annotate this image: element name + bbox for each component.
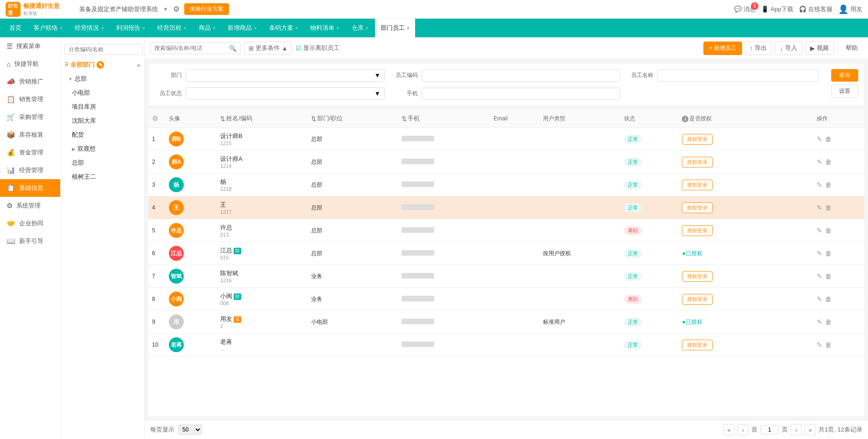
search-btn[interactable]: 查询: [831, 69, 858, 82]
close-icon[interactable]: ×: [366, 25, 368, 31]
edit-icon[interactable]: ✎: [817, 227, 822, 234]
close-icon[interactable]: ×: [407, 25, 410, 31]
filter-phone-input[interactable]: [422, 88, 621, 100]
th-dept[interactable]: ⇅ 部门/职位: [307, 110, 398, 128]
user-btn[interactable]: 👤 用友: [838, 4, 862, 14]
delete-icon[interactable]: 🗑: [825, 250, 832, 257]
tab-customer[interactable]: 客户联络 ×: [28, 19, 68, 37]
auth-button[interactable]: 授权登录: [682, 202, 713, 213]
tree-node-hq[interactable]: ▼ 总部: [61, 72, 144, 86]
auth-button[interactable]: 授权登录: [682, 157, 713, 167]
edit-icon[interactable]: ✎: [817, 272, 822, 280]
close-icon[interactable]: ×: [142, 25, 145, 31]
auth-button[interactable]: 授权登录: [682, 180, 713, 190]
sidebar-item-purchase[interactable]: 🛒 采购管理: [0, 108, 60, 126]
trial-button[interactable]: 体验行业方案: [184, 3, 229, 15]
close-icon[interactable]: ×: [183, 25, 186, 31]
edit-icon[interactable]: ✎: [817, 318, 822, 326]
sidebar-item-sales[interactable]: 📋 销售管理: [0, 91, 60, 108]
filter-empname-input[interactable]: [657, 70, 819, 82]
close-icon[interactable]: ×: [295, 25, 298, 31]
tab-profit[interactable]: 利润报告 ×: [111, 19, 151, 37]
tree-search-input[interactable]: [64, 44, 143, 55]
delete-icon[interactable]: 🗑: [825, 341, 832, 348]
edit-icon[interactable]: ✎: [817, 158, 822, 166]
auth-button[interactable]: 授权登录: [682, 294, 713, 305]
tree-node-shuanglu[interactable]: ▶ 双鹿想: [61, 142, 144, 156]
sidebar-item-operation[interactable]: 📊 经营管理: [0, 161, 60, 179]
sidebar-item-nav[interactable]: ⌂ 快捷导航: [0, 55, 60, 73]
search-input[interactable]: [151, 43, 225, 53]
delete-icon[interactable]: 🗑: [825, 227, 832, 234]
show-leave-checkbox[interactable]: ☑ 显示离职员工: [296, 44, 340, 52]
message-btn[interactable]: 💬 消息 5: [734, 5, 756, 14]
help-btn[interactable]: 帮助: [841, 42, 862, 55]
per-page-select[interactable]: 50 100: [178, 425, 202, 435]
last-page-btn[interactable]: »: [805, 424, 816, 435]
auth-button[interactable]: 授权登录: [682, 271, 713, 282]
sidebar-item-search[interactable]: ☰ 搜索菜单: [0, 37, 60, 55]
tab-bom[interactable]: 物料清单 ×: [305, 19, 345, 37]
auth-button[interactable]: 授权登录: [682, 225, 713, 236]
tree-node-shenyang[interactable]: 沈阳大库: [61, 114, 144, 128]
tree-node-xiaoelectric[interactable]: 小电部: [61, 86, 144, 100]
app-download-btn[interactable]: 📱 App下载: [761, 5, 793, 14]
filter-dept-select[interactable]: ▼: [186, 69, 385, 82]
tree-collapse-btn[interactable]: «: [137, 62, 140, 69]
close-icon[interactable]: ×: [213, 25, 215, 31]
edit-icon[interactable]: ✎: [817, 250, 822, 257]
edit-icon[interactable]: ✎: [817, 204, 822, 211]
close-icon[interactable]: ×: [60, 25, 62, 31]
sidebar-item-guide[interactable]: 📖 新手引导: [0, 232, 60, 250]
edit-icon[interactable]: ✎: [817, 341, 822, 348]
export-btn[interactable]: ↑ 导出: [745, 41, 772, 55]
tab-journey[interactable]: 经营历程 ×: [152, 19, 192, 37]
tree-edit-icon[interactable]: ✎: [97, 61, 104, 69]
tab-warehouse[interactable]: 仓库 ×: [346, 19, 374, 37]
online-service-btn[interactable]: 🎧 在线客服: [799, 5, 833, 14]
sidebar-item-basic[interactable]: 📋 基础信息: [0, 179, 60, 197]
add-employee-btn[interactable]: + 新增员工: [703, 42, 742, 55]
sidebar-item-inventory[interactable]: 📦 库存核算: [0, 126, 60, 144]
tree-node-hq2[interactable]: 总部: [61, 156, 144, 170]
tab-barcode[interactable]: 条码方案 ×: [264, 19, 304, 37]
tab-department[interactable]: 部门员工 ×: [375, 19, 415, 37]
settings-icon[interactable]: ⚙: [173, 5, 180, 14]
delete-icon[interactable]: 🗑: [825, 135, 832, 143]
tab-operation[interactable]: 经营情况 ×: [69, 19, 109, 37]
th-phone[interactable]: ⇅ 手机: [398, 110, 490, 128]
filter-btn[interactable]: ⊞ 更多条件 ▲: [244, 42, 292, 55]
sidebar-item-marketing[interactable]: 📣 营销推广: [0, 73, 60, 91]
tree-node-plant[interactable]: 植树王二: [61, 170, 144, 184]
tab-home[interactable]: 首页: [4, 19, 27, 37]
close-icon[interactable]: ×: [254, 25, 257, 31]
tab-goods[interactable]: 商品 ×: [193, 19, 221, 37]
close-icon[interactable]: ×: [336, 25, 339, 31]
sidebar-item-system[interactable]: ⚙ 系统管理: [0, 197, 60, 215]
edit-icon[interactable]: ✎: [817, 295, 822, 303]
auth-button[interactable]: 授权登录: [682, 134, 713, 145]
delete-icon[interactable]: 🗑: [825, 272, 832, 280]
delete-icon[interactable]: 🗑: [825, 318, 832, 326]
delete-icon[interactable]: 🗑: [825, 158, 832, 166]
next-page-btn[interactable]: ›: [791, 424, 802, 435]
delete-icon[interactable]: 🗑: [825, 295, 832, 303]
sidebar-item-finance[interactable]: 💰 资金管理: [0, 144, 60, 161]
filter-empcode-input[interactable]: [422, 70, 621, 82]
tree-node-delivery[interactable]: 配货: [61, 128, 144, 142]
th-name[interactable]: ⇅ 姓名/编码: [216, 110, 307, 128]
tree-node-project[interactable]: 项目库房: [61, 100, 144, 114]
delete-icon[interactable]: 🗑: [825, 204, 832, 211]
sidebar-item-collab[interactable]: 🤝 企业协同: [0, 215, 60, 232]
prev-page-btn[interactable]: ‹: [737, 424, 749, 435]
delete-icon[interactable]: 🗑: [825, 181, 832, 188]
edit-icon[interactable]: ✎: [817, 135, 822, 143]
dropdown-arrow[interactable]: ▼: [163, 6, 168, 13]
tab-add-goods[interactable]: 新增商品 ×: [222, 19, 262, 37]
auth-button[interactable]: 授权登录: [682, 340, 713, 350]
page-number-input[interactable]: [760, 425, 779, 434]
close-icon[interactable]: ×: [101, 25, 104, 31]
first-page-btn[interactable]: «: [723, 424, 735, 435]
import-btn[interactable]: ↓ 导入: [775, 41, 802, 55]
filter-status-select[interactable]: ▼: [186, 87, 385, 100]
